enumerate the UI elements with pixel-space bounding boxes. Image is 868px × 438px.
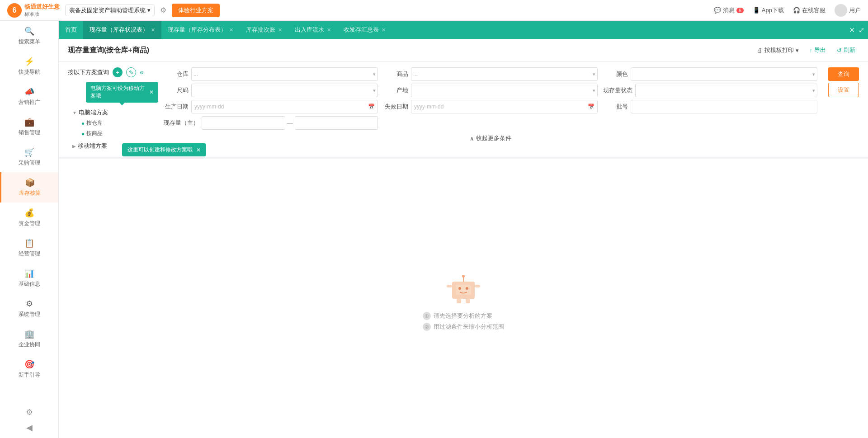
gear-icon[interactable]: ⚙ — [160, 6, 166, 14]
sidebar-label-quick-nav: 快捷导航 — [19, 68, 40, 76]
warehouse-field-label: 仓库 — [164, 70, 189, 78]
inventory-icon: 📦 — [25, 178, 35, 188]
tab-close-all-icon[interactable]: ✕ — [849, 26, 855, 34]
tab-collect-summary[interactable]: 收发存汇总表 ✕ — [337, 21, 392, 39]
sidebar-item-sales[interactable]: 💼 销售管理 — [0, 112, 58, 142]
system-name-selector[interactable]: 装备及固定资产辅助管理系统 ▾ — [65, 5, 155, 16]
guide-icon: 🎯 — [24, 359, 34, 369]
basic-icon: 📊 — [24, 268, 34, 278]
batch-field-label: 批号 — [603, 103, 628, 111]
filter-header-label: 按以下方案查询 — [68, 68, 109, 76]
filter-add-button[interactable]: + — [113, 67, 123, 77]
stock-main-from-input[interactable] — [202, 116, 285, 130]
filter-field-origin: 产地 ▾ — [383, 84, 598, 97]
stock-main-sep: — — [287, 120, 293, 127]
finance-icon: 💰 — [24, 208, 34, 218]
tab-inventory-dist-close[interactable]: ✕ — [229, 27, 233, 33]
warehouse-select[interactable]: ... ▾ — [191, 67, 378, 81]
operations-icon: 📋 — [24, 238, 34, 248]
size-field-label: 尺码 — [164, 86, 189, 94]
export-label: 导出 — [814, 46, 826, 54]
tab-inventory-status-close[interactable]: ✕ — [151, 27, 155, 33]
tab-inventory-status[interactable]: 现存量（库存状况表） ✕ — [83, 21, 161, 39]
tab-inventory-dist[interactable]: 现存量（库存分布表） ✕ — [161, 21, 240, 39]
tab-batch-account-close[interactable]: ✕ — [278, 27, 282, 33]
tab-home[interactable]: 首页 — [59, 26, 83, 34]
tab-batch-account[interactable]: 库存批次账 ✕ — [240, 21, 288, 39]
content-area: 首页 现存量（库存状况表） ✕ 现存量（库存分布表） ✕ 库存批次账 ✕ 出入库… — [59, 21, 868, 438]
origin-select[interactable]: ▾ — [411, 84, 598, 97]
sidebar-item-marketing[interactable]: 📣 营销推广 — [0, 81, 58, 112]
sidebar-item-enterprise[interactable]: 🏢 企业协同 — [0, 324, 58, 354]
collapse-btn[interactable]: ∧ 收起更多条件 — [470, 134, 511, 142]
sidebar-item-system[interactable]: ⚙ 系统管理 — [0, 293, 58, 324]
headset-icon: 🎧 — [793, 7, 800, 14]
tab-maximize-icon[interactable]: ⤢ — [859, 26, 864, 34]
sidebar-item-quick-nav[interactable]: ⚡ 快捷导航 — [0, 51, 58, 81]
batch-input[interactable] — [631, 100, 817, 113]
filter-field-stock-main: 现存量（主） — — [164, 116, 378, 130]
sidebar-item-purchase[interactable]: 🛒 采购管理 — [0, 142, 58, 172]
page-actions: 🖨 按模板打印 ▾ ↑ 导出 ↺ 刷新 — [753, 44, 859, 56]
user-item[interactable]: 用户 — [835, 4, 861, 17]
tooltip2-close[interactable]: ✕ — [196, 147, 201, 153]
sidebar-item-basic[interactable]: 📊 基础信息 — [0, 263, 58, 293]
expiry-date-input[interactable]: yyyy-mm-dd 📅 — [411, 100, 598, 113]
tab-inout-flow-close[interactable]: ✕ — [327, 27, 331, 33]
sidebar-item-inventory[interactable]: 📦 库存核算 — [0, 172, 58, 203]
filter-area: 按以下方案查询 + ✎ « 电脑方案可设为移动方案哦 ✕ — [59, 62, 868, 157]
megaphone-icon: 📣 — [24, 87, 34, 97]
tooltip1-close[interactable]: ✕ — [149, 89, 154, 95]
sidebar-label-inventory: 库存核算 — [19, 189, 41, 197]
svg-rect-7 — [475, 285, 480, 287]
stock-main-to-input[interactable] — [295, 116, 378, 130]
product-select[interactable]: ... ▾ — [411, 67, 598, 81]
search-icon: 🔍 — [24, 26, 34, 36]
tab-inout-flow[interactable]: 出入库流水 ✕ — [288, 21, 337, 39]
settings-icon[interactable]: ⚙ — [26, 407, 33, 417]
color-select[interactable]: ▾ — [631, 67, 817, 81]
enterprise-icon: 🏢 — [24, 329, 34, 339]
filter-row4: 现存量（主） — — [164, 116, 817, 130]
warehouse-placeholder: ... — [193, 71, 198, 77]
sidebar-label-marketing: 营销推广 — [19, 99, 40, 106]
filter-arrow-button[interactable]: « — [140, 68, 144, 76]
scheme-node-pc[interactable]: ▼ 电脑端方案 — [68, 107, 158, 118]
filter-field-size: 尺码 ▾ — [164, 84, 378, 97]
message-item[interactable]: 💬 消息 6 — [714, 6, 744, 14]
sidebar-item-search-menu[interactable]: 🔍 搜索菜单 — [0, 21, 58, 51]
set-button[interactable]: 设置 — [828, 83, 859, 97]
tab-collect-summary-close[interactable]: ✕ — [382, 27, 386, 33]
export-btn[interactable]: ↑ 导出 — [806, 44, 830, 56]
size-select[interactable]: ▾ — [191, 84, 378, 97]
app-download-item[interactable]: 📱 App下载 — [753, 6, 784, 14]
svg-rect-6 — [447, 285, 452, 287]
filter-edit-button[interactable]: ✎ — [126, 67, 136, 77]
sidebar-item-guide[interactable]: 🎯 新手引导 — [0, 354, 58, 384]
online-service-item[interactable]: 🎧 在线客服 — [793, 6, 826, 14]
stock-status-select[interactable]: ▾ — [635, 84, 817, 97]
export-icon: ↑ — [810, 47, 813, 54]
tab-inout-flow-label: 出入库流水 — [295, 26, 324, 34]
filter-field-color: 颜色 ▾ — [603, 67, 817, 81]
prod-date-input[interactable]: yyyy-mm-dd 📅 — [191, 100, 378, 113]
refresh-btn[interactable]: ↺ 刷新 — [833, 44, 859, 56]
sidebar-item-finance[interactable]: 💰 资金管理 — [0, 203, 58, 233]
sidebar-bottom: ⚙ ◀ — [0, 402, 58, 438]
stock-status-field-label: 现存量状态 — [603, 86, 632, 94]
brand-name: 畅通道好生意 — [24, 3, 60, 11]
sidebar-item-operations[interactable]: 📋 经营管理 — [0, 233, 58, 263]
logo-text: 畅通道好生意 标准版 — [24, 3, 60, 17]
tooltip1-container: 电脑方案可设为移动方案哦 ✕ — [86, 82, 158, 103]
filter-field-expiry-date: 失效日期 yyyy-mm-dd 📅 — [383, 100, 598, 113]
sidebar: 🔍 搜索菜单 ⚡ 快捷导航 📣 营销推广 💼 销售管理 🛒 采购管理 📦 — [0, 21, 59, 438]
search-button[interactable]: 查询 — [828, 67, 859, 81]
collapse-icon[interactable]: ◀ — [26, 423, 33, 433]
scheme-child-product[interactable]: ● 按商品 — [68, 128, 158, 139]
trial-button[interactable]: 体验行业方案 — [172, 4, 220, 17]
stock-status-select-icon: ▾ — [812, 88, 815, 94]
tooltip2: 这里可以创建和修改方案哦 ✕ — [122, 143, 206, 156]
print-btn[interactable]: 🖨 按模板打印 ▾ — [753, 44, 802, 56]
step1-number: ① — [423, 312, 431, 320]
scheme-child-warehouse[interactable]: ● 按仓库 — [68, 118, 158, 128]
